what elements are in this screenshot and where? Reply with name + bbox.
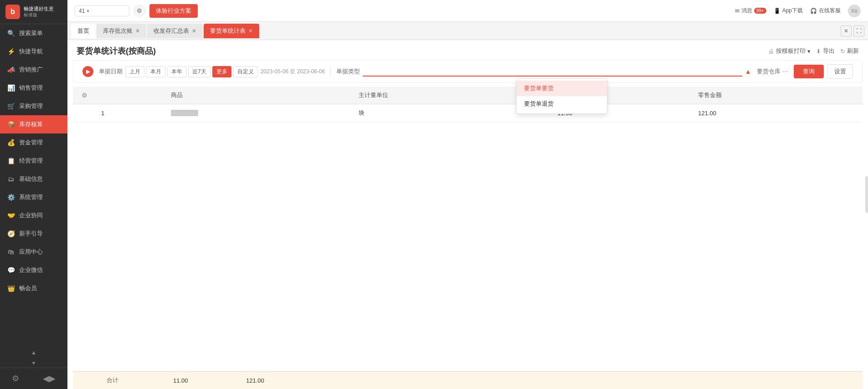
tab-fullscreen-btn[interactable]: ⛶ (853, 26, 864, 36)
app-logo: b 畅捷通好生意 标准版 (0, 0, 67, 24)
sidebar-settings-btn[interactable]: ⚙ (8, 372, 23, 385)
date-btn-this-month[interactable]: 本月 (146, 66, 165, 77)
marketing-icon: 📣 (6, 65, 15, 74)
table-header: ⚙ 商品 主计量单位 主数量 零售金额 (73, 87, 863, 104)
col-settings-header: ⚙ (73, 87, 96, 104)
sidebar-nav: 🔍 搜索菜单 ⚡ 快捷导航 📣 营销推广 📊 销售管理 🛒 采购管理 📦 库存核… (0, 24, 67, 347)
dropdown-item-1[interactable]: 要货单退货 (517, 96, 607, 112)
export-btn[interactable]: ⬇ 导出 (816, 47, 835, 55)
date-btn-more[interactable]: 更多 (212, 66, 231, 77)
sidebar: b 畅捷通好生意 标准版 🔍 搜索菜单 ⚡ 快捷导航 📣 营销推广 📊 销售管理… (0, 0, 67, 389)
settings-row-button[interactable]: 设置 (827, 64, 853, 79)
logo-text-block: 畅捷通好生意 标准版 (24, 5, 54, 18)
query-button[interactable]: 查询 (794, 65, 824, 78)
sidebar-item-system[interactable]: ⚙️ 系统管理 (0, 188, 67, 206)
store-selector[interactable]: 41 ▾ (75, 5, 129, 16)
date-buttons: 上月 本月 本年 近7天 更多 自定义 (125, 66, 258, 77)
date-btn-7days[interactable]: 近7天 (188, 66, 211, 77)
dropdown-item-0[interactable]: 要货单要货 (517, 81, 607, 96)
message-badge: 99+ (754, 8, 766, 14)
tab-label-home: 首页 (77, 27, 89, 35)
search-icon: 🔍 (6, 29, 15, 38)
footer-total-label: 合计 (107, 377, 118, 384)
sidebar-item-operation[interactable]: 📋 经营管理 (0, 152, 67, 170)
tab-close-all-btn[interactable]: ✕ (841, 26, 852, 36)
footer-label: 合计 (82, 376, 173, 384)
online-service-action[interactable]: 🎧 在线客服 (810, 7, 841, 15)
sidebar-scroll-up[interactable]: ▲ (0, 347, 67, 358)
sidebar-item-purchase[interactable]: 🛒 采购管理 (0, 97, 67, 115)
sidebar-item-quicknav[interactable]: ⚡ 快捷导航 (0, 42, 67, 61)
sidebar-item-marketing[interactable]: 📣 营销推广 (0, 61, 67, 79)
date-btn-custom[interactable]: 自定义 (233, 66, 258, 77)
warehouse-filter-more-icon[interactable]: ··· (782, 67, 788, 76)
sidebar-label-appstore: 应用中心 (19, 248, 43, 256)
sidebar-item-cooperation[interactable]: 🤝 企业协同 (0, 206, 67, 225)
sidebar-item-member[interactable]: 👑 畅会员 (0, 279, 67, 297)
sidebar-item-inventory[interactable]: 📦 库存核算 (0, 115, 67, 133)
tab-inventory-batch[interactable]: 库存批次账✕ (97, 24, 146, 38)
table-body: 1 块 11.00 121.00 (73, 104, 863, 122)
sidebar-label-operation: 经营管理 (19, 157, 43, 165)
sidebar-item-search[interactable]: 🔍 搜索菜单 (0, 24, 67, 42)
quicknav-icon: ⚡ (6, 47, 15, 56)
tab-receive-summary[interactable]: 收发存汇总表✕ (147, 24, 203, 38)
refresh-label: 刷新 (847, 47, 859, 55)
type-filter-input[interactable] (363, 67, 742, 77)
app-download-icon: 📱 (774, 8, 781, 14)
sidebar-item-sales[interactable]: 📊 销售管理 (0, 79, 67, 97)
sidebar-item-base[interactable]: 🗂 基础信息 (0, 170, 67, 188)
topbar-settings-btn[interactable]: ⚙ (133, 5, 146, 17)
page-header: 要货单统计表(按商品) 🖨 按模板打印 ▾ ⬇ 导出 ↻ 刷新 (67, 40, 868, 60)
tab-label-order-stats: 要货单统计表 (210, 27, 246, 35)
date-btn-last-month[interactable]: 上月 (125, 66, 144, 77)
sidebar-item-appstore[interactable]: 🛍 应用中心 (0, 243, 67, 261)
date-filter-group: 单据日期 上月 本月 本年 近7天 更多 自定义 2023-05-06 至 20… (99, 66, 325, 77)
data-table-wrap: ⚙ 商品 主计量单位 主数量 零售金额 1 (73, 87, 863, 371)
inventory-icon: 📦 (6, 120, 15, 129)
tab-home[interactable]: 首页 (71, 24, 96, 38)
message-action[interactable]: ✉ 消息 99+ (735, 7, 766, 15)
sidebar-item-guide[interactable]: 🧭 新手引导 (0, 225, 67, 243)
app-download-action[interactable]: 📱 App下载 (774, 7, 803, 15)
sidebar-collapse-btn[interactable]: ◀▶ (39, 372, 59, 385)
topbar-right: ✉ 消息 99+ 📱 App下载 🎧 在线客服 Rit (735, 5, 861, 17)
filter-bar: ▶ 单据日期 上月 本月 本年 近7天 更多 自定义 2023-05-06 至 … (73, 60, 863, 83)
table-row: 1 块 11.00 121.00 (73, 104, 863, 122)
sales-icon: 📊 (6, 83, 15, 92)
footer-amount: 121.00 (246, 377, 282, 384)
sidebar-item-wechat[interactable]: 💬 企业微信 (0, 261, 67, 279)
tab-close-order-stats[interactable]: ✕ (248, 28, 253, 34)
print-template-btn[interactable]: 🖨 按模板打印 ▾ (768, 47, 811, 55)
table-header-row: ⚙ 商品 主计量单位 主数量 零售金额 (73, 87, 863, 104)
store-num: 41 (79, 8, 85, 14)
right-scroll-indicator[interactable] (865, 176, 868, 213)
tab-order-stats[interactable]: 要货单统计表✕ (204, 24, 259, 38)
refresh-btn[interactable]: ↻ 刷新 (840, 47, 859, 55)
user-avatar[interactable]: Rit (848, 5, 861, 17)
warehouse-filter-group: 要货仓库 ··· (757, 67, 788, 76)
sidebar-label-base: 基础信息 (19, 175, 43, 183)
content-area: 要货单统计表(按商品) 🖨 按模板打印 ▾ ⬇ 导出 ↻ 刷新 (67, 40, 868, 389)
filter-expand-btn[interactable]: ▶ (82, 66, 93, 77)
sidebar-label-wechat: 企业微信 (19, 266, 43, 274)
filter-divider-1 (330, 66, 331, 77)
tabbar-end: ✕ ⛶ (841, 26, 864, 36)
sidebar-label-purchase: 采购管理 (19, 102, 43, 110)
sidebar-scroll-down[interactable]: ▼ (0, 358, 67, 368)
page-title: 要货单统计表(按商品) (77, 46, 156, 56)
filter-actions: 查询 设置 (794, 64, 853, 79)
wechat-icon: 💬 (6, 266, 15, 275)
type-filter-chevron-icon[interactable]: ▲ (745, 68, 751, 75)
sidebar-item-finance[interactable]: 💰 资金管理 (0, 133, 67, 152)
operation-icon: 📋 (6, 156, 15, 165)
tab-close-receive-summary[interactable]: ✕ (192, 28, 196, 34)
date-btn-this-year[interactable]: 本年 (167, 66, 186, 77)
trial-industry-button[interactable]: 体验行业方案 (149, 4, 198, 18)
sidebar-label-member: 畅会员 (19, 284, 37, 292)
appstore-icon: 🛍 (6, 247, 15, 256)
sidebar-label-marketing: 营销推广 (19, 66, 43, 74)
app-edition: 标准版 (24, 12, 54, 18)
tab-close-inventory-batch[interactable]: ✕ (135, 28, 140, 34)
column-settings-icon[interactable]: ⚙ (82, 92, 87, 99)
